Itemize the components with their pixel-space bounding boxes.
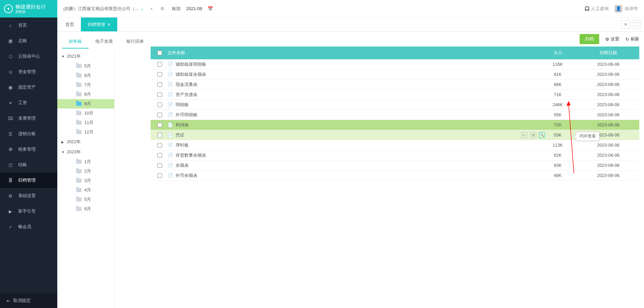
file-name: 外币明细账	[176, 112, 197, 118]
tree-month-2-4[interactable]: 5月	[57, 195, 114, 204]
sidebar-item-5[interactable]: ≡工资	[0, 95, 57, 111]
table-row[interactable]: 📄辅助核算明细账 116K 2023-06-06	[151, 59, 639, 69]
sidebar-item-label: 发票管理	[18, 115, 36, 121]
archive-date: 2023-06-06	[581, 102, 635, 107]
tab-close-icon[interactable]: ✕	[107, 22, 111, 27]
sidebar-item-7[interactable]: ☰进销台账	[0, 126, 57, 142]
calendar-icon[interactable]: 📅	[208, 6, 213, 11]
row-checkbox[interactable]	[157, 143, 162, 148]
table-row[interactable]: 📄明细账 246K 2023-06-06	[151, 100, 639, 110]
tree-month-2-3[interactable]: 4月	[57, 185, 114, 195]
select-all-checkbox[interactable]	[157, 51, 162, 55]
subtab-2[interactable]: 银行回单	[120, 35, 151, 49]
table-row[interactable]: 📄余额表 83K 2023-06-06	[151, 160, 639, 171]
sidebar-item-0[interactable]: ⌂首页	[0, 18, 57, 33]
sidebar-unpin[interactable]: ⇤ 取消固定	[0, 293, 57, 308]
consult-link[interactable]: 🎧 人工咨询	[584, 6, 609, 12]
file-size: 116K	[534, 62, 581, 67]
file-icon: 📄	[167, 163, 173, 168]
table-row[interactable]: 📄利润表 72K 2023-06-06	[151, 120, 639, 130]
row-checkbox[interactable]	[157, 113, 162, 117]
tree-month-0-5[interactable]: 10月	[57, 109, 114, 118]
sidebar-item-13[interactable]: ✓畅会员	[0, 219, 57, 235]
tree-month-2-1[interactable]: 2月	[57, 166, 114, 176]
settings-button[interactable]: ⚙ 设置	[605, 36, 619, 42]
sidebar-item-10[interactable]: 🗄归档管理	[0, 173, 57, 188]
sidebar-item-3[interactable]: ⊙资金管理	[0, 64, 57, 80]
vip-icon: ✓	[7, 224, 13, 230]
table-row[interactable]: 📄辅助核算余额表 81K 2023-06-06	[151, 69, 639, 80]
sidebar-item-label: 新手引导	[18, 208, 36, 214]
table-row[interactable]: 📄外币明细账 55K 2023-06-06	[151, 110, 639, 120]
table-row[interactable]: 📄现金流量表 66K 2023-06-06	[151, 80, 639, 90]
sidebar-item-1[interactable]: ▦总账	[0, 33, 57, 49]
table-row[interactable]: 📄序时账 113K 2023-06-06	[151, 140, 639, 150]
download-excel-icon[interactable]: x↓	[521, 132, 527, 138]
tree-month-0-2[interactable]: 7月	[57, 80, 114, 90]
file-size: 48K	[534, 173, 581, 178]
sidebar-item-2[interactable]: ⬡云报表中心	[0, 49, 57, 64]
chart-icon: ⬡	[7, 53, 13, 59]
row-checkbox[interactable]	[157, 72, 162, 77]
tree-month-2-5[interactable]: 6月	[57, 204, 114, 214]
tree-month-0-7[interactable]: 12月	[57, 127, 114, 137]
archive-button[interactable]: 归档	[580, 34, 599, 44]
table-row[interactable]: 📄存货数量余额表 62K 2023-06-06	[151, 150, 639, 160]
folder-icon	[76, 179, 82, 183]
sidebar-item-6[interactable]: ⌧发票管理	[0, 111, 57, 126]
tree-month-0-4[interactable]: 9月	[57, 99, 114, 109]
folder-tree: ▼2021年5月6月7月8月9月10月11月12月▶2022年▼2023年1月2…	[57, 49, 115, 308]
table-row[interactable]: 📄资产负债表 71K 2023-06-06	[151, 90, 639, 100]
period-label: 账期	[172, 6, 181, 12]
row-checkbox[interactable]	[157, 163, 162, 168]
company-selector[interactable]: (勿删）江西服宝精品有限责任公司（... ⌄	[63, 6, 144, 12]
row-checkbox[interactable]	[157, 92, 162, 97]
row-checkbox[interactable]	[157, 123, 162, 127]
row-checkbox[interactable]	[157, 153, 162, 158]
refresh-icon: ↻	[625, 37, 629, 42]
view-pdf-icon[interactable]: 🔍	[539, 132, 545, 138]
sidebar-item-8[interactable]: ❂税务管理	[0, 142, 57, 157]
tab-fullscreen[interactable]: ⛶	[632, 20, 641, 29]
tree-month-0-0[interactable]: 5月	[57, 61, 114, 71]
sidebar-item-label: 结账	[18, 162, 27, 168]
folder-icon	[76, 160, 82, 164]
salary-icon: ≡	[7, 100, 13, 106]
subtab-1[interactable]: 电子发票	[89, 35, 120, 49]
tree-month-0-3[interactable]: 8月	[57, 90, 114, 99]
tree-year-0[interactable]: ▼2021年	[57, 51, 114, 61]
file-size: 113K	[534, 143, 581, 148]
settings-quick-icon[interactable]: ⚙	[159, 5, 166, 12]
sidebar-item-label: 工资	[18, 100, 27, 106]
sidebar-item-11[interactable]: ⚙基础设置	[0, 188, 57, 204]
file-name: 辅助核算明细账	[176, 61, 206, 67]
tab-0[interactable]: 首页	[59, 18, 81, 31]
table-row[interactable]: 📄凭证 x↓ ▤ 🔍 53K 2023-06-06	[151, 130, 639, 140]
sidebar-item-9[interactable]: ◫结账	[0, 157, 57, 173]
tab-1[interactable]: 归档管理✕	[81, 18, 117, 31]
row-checkbox[interactable]	[157, 62, 162, 67]
refresh-button[interactable]: ↻ 刷新	[625, 36, 639, 42]
row-checkbox[interactable]	[157, 82, 162, 87]
download-pdf-icon[interactable]: ▤	[530, 132, 536, 138]
tree-month-2-0[interactable]: 1月	[57, 157, 114, 166]
folder-icon	[76, 188, 82, 192]
row-checkbox[interactable]	[157, 173, 162, 178]
user-menu[interactable]: 👤 徐泽华	[615, 5, 638, 12]
row-checkbox[interactable]	[157, 133, 162, 137]
tree-month-0-6[interactable]: 11月	[57, 118, 114, 127]
tab-close-all[interactable]: ✕	[621, 20, 630, 29]
add-button[interactable]: ＋	[148, 4, 155, 13]
sidebar-item-4[interactable]: ▣固定资产	[0, 80, 57, 95]
tree-month-2-2[interactable]: 3月	[57, 176, 114, 185]
subtab-0[interactable]: 财务账	[62, 35, 89, 49]
tree-month-0-1[interactable]: 6月	[57, 71, 114, 80]
table-row[interactable]: 📄外币余额表 48K 2023-06-06	[151, 171, 639, 181]
invoice-icon: ⌧	[7, 115, 13, 121]
brand-icon: ✦	[4, 4, 13, 13]
tree-year-1[interactable]: ▶2022年	[57, 137, 114, 147]
tree-year-2[interactable]: ▼2023年	[57, 147, 114, 157]
row-checkbox[interactable]	[157, 102, 162, 107]
sidebar: ✦ 畅捷通好会计 旗舰版 ⌂首页▦总账⬡云报表中心⊙资金管理▣固定资产≡工资⌧发…	[0, 0, 57, 308]
sidebar-item-12[interactable]: ▶新手引导	[0, 204, 57, 219]
